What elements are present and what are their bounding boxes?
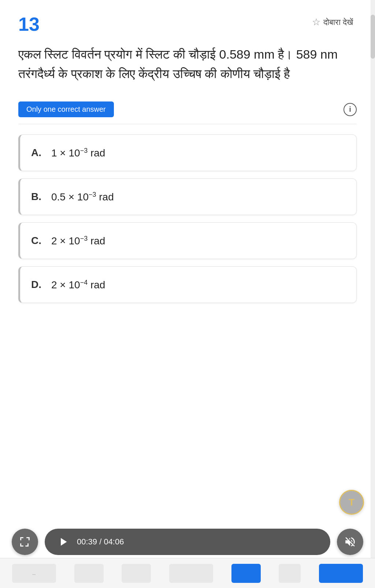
taskbar-item-7[interactable] (319, 564, 363, 583)
option-a[interactable]: A. 1 × 10−3 rad (18, 134, 357, 171)
options-list: A. 1 × 10−3 rad B. 0.5 × 10−3 rad C. 2 ×… (18, 134, 357, 303)
play-icon (56, 535, 70, 548)
info-icon[interactable]: i (344, 103, 357, 116)
fullscreen-icon (19, 536, 31, 548)
bottom-bar: 00:39 / 04:06 (12, 529, 363, 555)
mute-button[interactable] (337, 529, 363, 555)
option-b-text: 0.5 × 10−3 rad (51, 191, 114, 203)
option-b-label: B. (31, 191, 51, 203)
header-row: 13 ☆ दोबारा देखें (18, 15, 357, 34)
media-time: 00:39 / 04:06 (77, 537, 124, 547)
option-b[interactable]: B. 0.5 × 10−3 rad (18, 178, 357, 215)
answer-type-row: Only one correct answer i (18, 101, 357, 117)
option-d-text: 2 × 10−4 rad (51, 279, 105, 291)
option-c-label: C. (31, 235, 51, 247)
option-d-label: D. (31, 279, 51, 291)
scrollbar-thumb[interactable] (371, 15, 375, 59)
taskbar-item-4[interactable] (169, 564, 213, 583)
option-c-text: 2 × 10−3 rad (51, 235, 105, 247)
mute-icon (344, 536, 356, 548)
fullscreen-button[interactable] (12, 529, 38, 555)
bookmark-button[interactable]: ☆ दोबारा देखें (308, 15, 357, 30)
question-text: एकल स्लिट विवर्तन प्रयोग में स्लिट की चौ… (18, 45, 357, 83)
option-d[interactable]: D. 2 × 10−4 rad (18, 266, 357, 303)
option-a-label: A. (31, 147, 51, 159)
taskbar-item-3[interactable] (122, 564, 151, 583)
main-container: 13 ☆ दोबारा देखें एकल स्लिट विवर्तन प्रय… (0, 0, 375, 550)
scrollbar-track[interactable] (371, 0, 375, 588)
taskbar-item-5[interactable] (231, 564, 261, 583)
star-icon: ☆ (312, 16, 320, 28)
taskbar-item-1[interactable]: ... (12, 564, 56, 583)
play-bar: 00:39 / 04:06 (45, 529, 330, 555)
taskbar-item-2[interactable] (74, 564, 104, 583)
taskbar: ... (0, 558, 375, 588)
t-button[interactable]: T (339, 490, 364, 515)
option-c[interactable]: C. 2 × 10−3 rad (18, 222, 357, 259)
option-a-text: 1 × 10−3 rad (51, 147, 105, 159)
bookmark-label: दोबारा देखें (323, 18, 353, 27)
question-number: 13 (18, 15, 40, 34)
divider (18, 124, 357, 124)
taskbar-item-6[interactable] (279, 564, 301, 583)
answer-type-badge: Only one correct answer (18, 101, 114, 117)
play-button[interactable] (55, 534, 71, 550)
